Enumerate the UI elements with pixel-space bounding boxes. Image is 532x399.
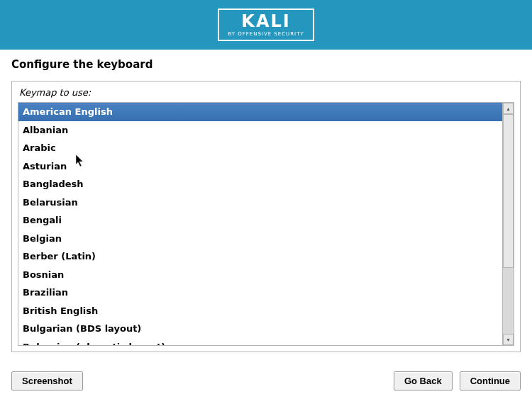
- list-item[interactable]: Belgian: [18, 230, 502, 248]
- keymap-listbox[interactable]: American EnglishAlbanianArabicAsturianBa…: [18, 102, 514, 346]
- scrollbar[interactable]: ▴ ▾: [502, 103, 514, 345]
- list-item[interactable]: Arabic: [18, 139, 502, 157]
- main-content: Configure the keyboard Keymap to use: Am…: [0, 50, 532, 352]
- logo-text: KALI: [228, 13, 304, 30]
- scroll-up-arrow-icon[interactable]: ▴: [503, 103, 514, 114]
- scroll-thumb[interactable]: [503, 114, 514, 268]
- screenshot-button[interactable]: Screenshot: [11, 371, 83, 390]
- keymap-list-inner: American EnglishAlbanianArabicAsturianBa…: [18, 103, 502, 345]
- scroll-track[interactable]: [503, 114, 514, 334]
- list-item[interactable]: British English: [18, 302, 502, 320]
- logo-subtitle: BY OFFENSIVE SECURITY: [228, 31, 304, 37]
- list-item[interactable]: Albanian: [18, 121, 502, 140]
- list-item[interactable]: Bengali: [18, 211, 502, 230]
- list-item[interactable]: American English: [18, 103, 502, 121]
- kali-logo: KALI BY OFFENSIVE SECURITY: [218, 9, 314, 41]
- list-item[interactable]: Brazilian: [18, 283, 502, 302]
- list-item[interactable]: Asturian: [18, 157, 502, 176]
- footer-right: Go Back Continue: [394, 371, 521, 390]
- list-item[interactable]: Belarusian: [18, 193, 502, 212]
- list-item[interactable]: Bosnian: [18, 266, 502, 284]
- footer-bar: Screenshot Go Back Continue: [11, 371, 521, 390]
- list-item[interactable]: Berber (Latin): [18, 247, 502, 266]
- continue-button[interactable]: Continue: [460, 371, 521, 390]
- go-back-button[interactable]: Go Back: [394, 371, 453, 390]
- keymap-prompt: Keymap to use:: [18, 87, 514, 98]
- list-item[interactable]: Bulgarian (phonetic layout): [18, 338, 502, 346]
- scroll-down-arrow-icon[interactable]: ▾: [503, 334, 514, 345]
- list-item[interactable]: Bangladesh: [18, 175, 502, 193]
- installer-header: KALI BY OFFENSIVE SECURITY: [0, 0, 532, 50]
- page-title: Configure the keyboard: [11, 58, 521, 71]
- list-item[interactable]: Bulgarian (BDS layout): [18, 320, 502, 338]
- keymap-panel: Keymap to use: American EnglishAlbanianA…: [11, 81, 521, 352]
